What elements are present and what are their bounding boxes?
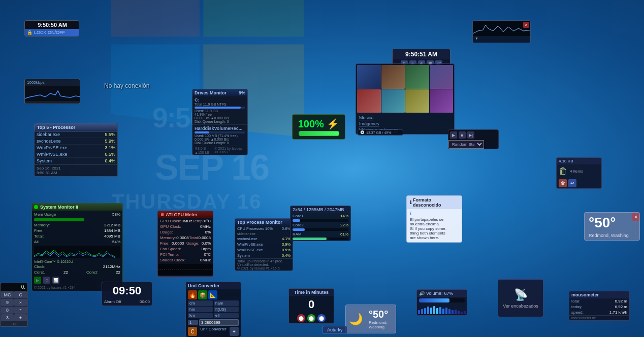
media-thumb-6[interactable] (381, 89, 405, 113)
drives-monitor-widget: Drives Monitor 9% C: Total 11.9 GB NTFS … (192, 89, 248, 155)
graph-area (473, 21, 530, 36)
uc-c-btn[interactable]: C (188, 327, 197, 336)
disk-info-widget: 💿 13.37 GB / 49% (358, 129, 403, 136)
memusage-label: Mem Usage (34, 212, 56, 217)
drives-title: Drives Monitor 9% (192, 89, 247, 96)
uc-body: 🔥 📦 📐 cm ham hm ft(US) km ell 1 C Unit C… (186, 289, 241, 337)
recycle-items: 4 Items (570, 169, 583, 174)
uc-cell-cm[interactable]: cm (188, 300, 213, 306)
topproc-header-label: CPU Processes 10% (237, 226, 273, 231)
minigraph-close[interactable]: × (523, 22, 529, 28)
media-link-imagenes[interactable]: Imágenes (359, 121, 451, 127)
disk-info-val: 13.37 GB / 49% (366, 131, 391, 134)
mem-bar-container (34, 218, 120, 221)
gpu-row-5: Free: 0.0000 Usage: 0.0% (158, 241, 213, 246)
recycle-restore-btn[interactable]: ↩ (568, 179, 576, 187)
proc-name-2: svchost.exe (37, 139, 100, 144)
audio-play-btn[interactable]: ▶ (450, 131, 457, 139)
top5-footer: Sep 16, 2021 9:50:51 AM (35, 164, 117, 176)
autarky-button[interactable]: Autarky (323, 326, 347, 334)
media-thumb-8[interactable] (430, 89, 454, 113)
gpu-label-pci: PCI Temp: (160, 252, 179, 257)
uc-row-2: hm ft(US) (188, 307, 239, 312)
media-thumb-3[interactable] (405, 65, 429, 89)
media-link-musica[interactable]: Música (359, 115, 451, 121)
media-thumb-7[interactable] (405, 89, 429, 113)
top5-row-1: sidebar.exe 5.5% (35, 131, 117, 138)
vol-title: 🔊 Volume: 67% (417, 290, 467, 297)
formato-icon: ℹ (410, 200, 411, 205)
media-thumb-1[interactable] (357, 65, 381, 89)
lock-bar[interactable]: 🔒 LOCK ON/OFF (25, 29, 79, 36)
sysmon-icon1[interactable]: ⚙ (43, 277, 50, 284)
calc-btn-3[interactable]: 3 (1, 314, 14, 321)
media-thumb-2[interactable] (381, 65, 405, 89)
uc-cell-km[interactable]: km (188, 313, 213, 318)
rss-icon: 📡 (514, 288, 528, 301)
vol-bar-container (417, 297, 467, 304)
recycle-bin-widget: 4.10 KB 🗑 4 Items 🗑 ↩ (556, 157, 602, 189)
vol-bars-svg (417, 304, 467, 314)
media-thumb-4[interactable] (430, 65, 454, 89)
topproc-sig: © 2021 by Issues #1 ×16.6 (237, 266, 291, 270)
calc-btn-c[interactable]: C (14, 291, 27, 298)
drives-footer-left: ⬇8.0 B ▲150 kB (195, 147, 214, 154)
gpu-row-7: PCI Temp: 0°C (158, 252, 213, 257)
gpu-val-temp: 0°C (204, 219, 211, 223)
topproc-footer: Total: 868 threads in 47 proc. VirtualBo… (235, 258, 293, 271)
calc-btn-mult[interactable]: × (14, 299, 27, 306)
calc-btn-plus[interactable]: + (14, 314, 27, 321)
cpu-sparkline (34, 246, 120, 258)
uc-expand-btn[interactable]: + (230, 327, 239, 336)
svg-rect-20 (458, 311, 460, 314)
media-thumb-5[interactable] (357, 89, 381, 113)
svg-rect-21 (461, 312, 463, 314)
calc-grid: MC C 9 × 8 ÷ 3 + (1, 291, 27, 322)
drive-hd-used: Used: 100 MB (71.4% free) (195, 134, 245, 138)
tim-blue-btn[interactable]: ⬤ (317, 314, 326, 322)
tim-red-btn[interactable]: ⬤ (297, 314, 305, 322)
gpu-label-2: GPU Clock: (160, 224, 181, 229)
formato-title-text: Formato desconocido (413, 197, 459, 208)
cpu-bar3-fill (293, 238, 327, 240)
core2-label: Core2 (293, 223, 304, 227)
uc-title: Unit Converter (186, 282, 241, 289)
sysmon-green-btn[interactable]: ▶ (34, 277, 41, 284)
uc-icon-1: 🔥 (188, 290, 197, 299)
mem2-val: 2212 MB (104, 223, 120, 227)
temp-header: °50° × (585, 213, 639, 233)
calc-btn-div[interactable]: ÷ (14, 307, 27, 314)
tim-green-btn[interactable]: ⬤ (307, 314, 315, 322)
vol-label: Volume: (426, 291, 443, 296)
drive-c-type: Total 11.9 GB NTFS (195, 103, 245, 106)
audio-next-btn[interactable]: ▶| (467, 131, 474, 139)
calc-btn-mc[interactable]: MC (1, 291, 14, 298)
uc-cell-ftus[interactable]: ft(US) (214, 307, 239, 312)
cpu-bar2-fill (293, 228, 305, 231)
uc-input-field[interactable] (199, 319, 239, 326)
calc-btn-9[interactable]: 9 (1, 299, 14, 306)
topproc-title: Top Process Monitor (235, 219, 293, 226)
cpu-model: Intel® Core™ i5-10210U (34, 260, 73, 263)
top5-row-5: System 0.4% (35, 158, 117, 164)
gpu-row-3: Usage: 0% (158, 229, 213, 235)
tproc-name-1: svchost.exe (237, 237, 276, 241)
core2-val: 22 (116, 270, 120, 275)
audio-stop-btn[interactable]: ■ (459, 131, 466, 139)
temp-close-btn[interactable]: × (632, 213, 639, 221)
media-thumbnails-widget: Música Imágenes Música e imágenes (356, 63, 455, 134)
gpu-title-label: ATI GPU Meter (166, 212, 197, 217)
formato-line1: El portapapeles se (410, 217, 459, 222)
uc-cell-ell[interactable]: ell (214, 313, 239, 318)
sysmon-icon2[interactable]: 📊 (52, 277, 59, 284)
sysmon-green-indicator (34, 205, 38, 209)
temp-location: Redmond, Washing (585, 233, 639, 240)
gpu-label-total: Total (189, 235, 198, 240)
uc-cell-hm[interactable]: hm (188, 307, 213, 312)
uc-cell-ham[interactable]: ham (214, 300, 239, 306)
mouse-today-row: today: 6,92 m (569, 304, 629, 310)
calc-btn-8[interactable]: 8 (1, 307, 14, 314)
proc-name-3: WmiPrvSE.exe (37, 145, 100, 150)
recycle-delete-btn[interactable]: 🗑 (559, 179, 567, 187)
audio-station-select[interactable]: Random Station... (448, 140, 484, 149)
